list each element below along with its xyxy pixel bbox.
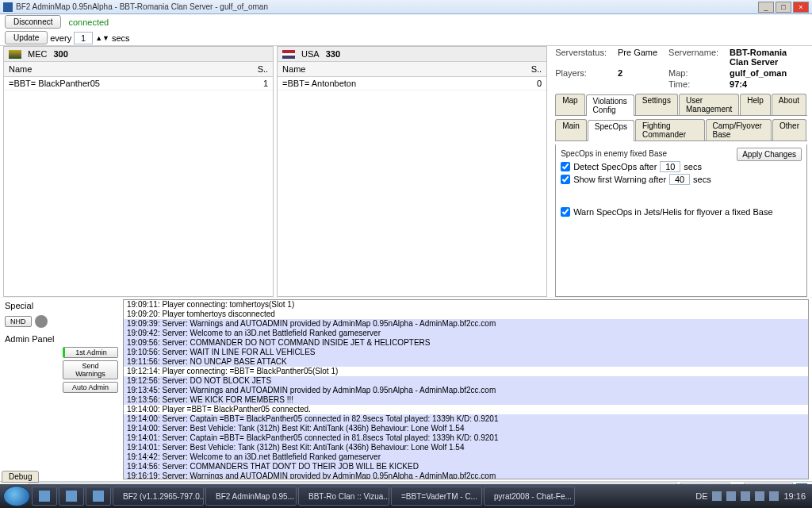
app-icon bbox=[93, 491, 104, 502]
map-label: Map: bbox=[668, 68, 718, 78]
close-button[interactable]: × bbox=[793, 2, 809, 13]
time-label: Time: bbox=[668, 79, 718, 89]
tray-icon[interactable] bbox=[769, 491, 779, 501]
debug-tab[interactable]: Debug bbox=[2, 471, 39, 483]
right-panel: Serverstatus: Pre Game Servername: BBT-R… bbox=[550, 46, 812, 297]
status-dot-icon bbox=[35, 315, 48, 328]
app-icon bbox=[39, 491, 50, 502]
log-line[interactable]: 19:12:14: Player connecting: =BBT= Black… bbox=[124, 367, 808, 376]
update-button[interactable]: Update bbox=[5, 31, 48, 44]
log-line[interactable]: 19:09:39: Server: Warnings and AUTOADMIN… bbox=[124, 319, 808, 329]
tab-user-management[interactable]: User Management bbox=[679, 94, 739, 115]
log-line[interactable]: 19:09:56: Server: COMMANDER DO NOT COMMA… bbox=[124, 338, 808, 348]
flag-mec-icon bbox=[9, 50, 21, 59]
taskbar-item[interactable] bbox=[32, 487, 57, 506]
auto-admin-button[interactable]: Auto Admin bbox=[63, 382, 118, 393]
log-line[interactable]: 19:09:42: Server: Welcome to an i3D.net … bbox=[124, 329, 808, 338]
lang-indicator[interactable]: DE bbox=[695, 491, 707, 501]
taskbar-item[interactable]: BBT-Ro Clan :: Vizua... bbox=[298, 487, 389, 506]
app-icon bbox=[66, 491, 77, 502]
apply-changes-button[interactable]: Apply Changes bbox=[737, 148, 802, 161]
admin-panel-label: Admin Panel bbox=[5, 334, 118, 344]
tab-map[interactable]: Map bbox=[555, 94, 584, 115]
flag-usa-icon bbox=[282, 50, 295, 59]
tab-violations-config[interactable]: Violations Config bbox=[586, 94, 634, 116]
time-value: 97:4 bbox=[730, 79, 807, 89]
send-warnings-button[interactable]: Send Warnings bbox=[63, 360, 118, 379]
log-line[interactable]: 19:14:01: Server: Best Vehicle: Tank (31… bbox=[124, 443, 808, 452]
minimize-button[interactable]: _ bbox=[758, 2, 774, 13]
log-line[interactable]: 19:14:00: Player =BBT= BlackPanther05 co… bbox=[124, 405, 808, 414]
title-bar: BF2 AdminMap 0.95nAlpha - BBT-Romania Cl… bbox=[0, 0, 812, 14]
tab-help[interactable]: Help bbox=[740, 94, 771, 115]
maximize-button[interactable]: □ bbox=[776, 2, 791, 13]
tray-icon[interactable] bbox=[726, 491, 736, 501]
special-panel: Special NHD Admin Panel 1st Admin Send W… bbox=[0, 298, 123, 481]
detect-label: Detect SpecOps after bbox=[573, 162, 657, 171]
teams-area: MEC 300 Name S.. =BBT= BlackPanther05 1 … bbox=[0, 46, 550, 297]
warning-secs-input[interactable] bbox=[669, 174, 690, 185]
nhd-button[interactable]: NHD bbox=[5, 316, 32, 327]
tray-icon[interactable] bbox=[741, 491, 750, 501]
taskbar-item[interactable]: BF2 AdminMap 0.95... bbox=[205, 487, 297, 506]
log-line[interactable]: 19:13:56: Server: WE KICK FOR MEMBERS !!… bbox=[124, 395, 808, 405]
tabs-row-2: MainSpecOpsFighting CommanderCamp/Flyove… bbox=[555, 119, 807, 141]
team-panel-mec: MEC 300 Name S.. =BBT= BlackPanther05 1 bbox=[3, 46, 274, 297]
subtab-specops[interactable]: SpecOps bbox=[588, 120, 634, 141]
subtab-main[interactable]: Main bbox=[555, 119, 587, 140]
log-line[interactable]: 19:12:56: Server: DO NOT BLOCK JETS bbox=[124, 376, 808, 386]
log-line[interactable]: 19:16:19: Server: Warnings and AUTOADMIN… bbox=[124, 471, 808, 479]
team-score: 330 bbox=[326, 49, 340, 59]
toolbar: Disconnect connected Update every ▲▼ sec… bbox=[0, 14, 812, 46]
subtab-camp-flyover-base[interactable]: Camp/Flyover Base bbox=[706, 119, 772, 140]
team-panel-usa: USA 330 Name S.. =BBT= Antonbeton 0 bbox=[277, 46, 547, 297]
taskbar: BF2 (v1.1.2965-797.0...BF2 AdminMap 0.95… bbox=[0, 484, 812, 508]
log-line[interactable]: 19:09:20: Player tomhertoys disconnected bbox=[124, 310, 808, 319]
log-line[interactable]: 19:09:11: Player connecting: tomhertoys(… bbox=[124, 300, 808, 310]
tab-about[interactable]: About bbox=[772, 94, 806, 115]
log-line[interactable]: 19:13:45: Server: Warnings and AUTOADMIN… bbox=[124, 386, 808, 395]
log-line[interactable]: 19:14:01: Server: Captain =BBT= BlackPan… bbox=[124, 433, 808, 443]
players-label: Players: bbox=[555, 68, 607, 78]
col-s[interactable]: S.. bbox=[518, 64, 542, 74]
flyover-checkbox[interactable] bbox=[561, 207, 570, 217]
disconnect-button[interactable]: Disconnect bbox=[5, 15, 61, 29]
connection-status: connected bbox=[68, 17, 109, 27]
tab-settings[interactable]: Settings bbox=[635, 94, 678, 115]
taskbar-item[interactable] bbox=[86, 487, 111, 506]
col-name[interactable]: Name bbox=[282, 64, 518, 74]
special-title: Special bbox=[5, 301, 118, 310]
log-line[interactable]: 19:14:00: Server: Captain =BBT= BlackPan… bbox=[124, 414, 808, 424]
app-icon bbox=[3, 2, 13, 12]
log-line[interactable]: 19:14:00: Server: Best Vehicle: Tank (31… bbox=[124, 424, 808, 433]
taskbar-item[interactable]: =BBT=VaderTM - C... bbox=[391, 487, 482, 506]
player-row[interactable]: =BBT= BlackPanther05 1 bbox=[4, 77, 273, 90]
warning-label: Show first Warning after bbox=[573, 175, 666, 184]
subtab-fighting-commander[interactable]: Fighting Commander bbox=[635, 119, 705, 140]
taskbar-item[interactable] bbox=[59, 487, 84, 506]
tray-icon[interactable] bbox=[755, 491, 764, 501]
team-name: USA bbox=[301, 49, 320, 59]
subtab-other[interactable]: Other bbox=[772, 119, 806, 140]
log-line[interactable]: 19:11:56: Server: NO UNCAP BASE ATTACK bbox=[124, 357, 808, 367]
clock[interactable]: 19:16 bbox=[783, 491, 806, 501]
tray-icon[interactable] bbox=[712, 491, 722, 501]
detect-specops-checkbox[interactable] bbox=[561, 162, 570, 171]
taskbar-item[interactable]: pyrat2008 - Chat-Fe... bbox=[484, 487, 575, 506]
col-name[interactable]: Name bbox=[9, 64, 244, 74]
log-line[interactable]: 19:10:56: Server: WAIT IN LINE FOR ALL V… bbox=[124, 348, 808, 357]
log-line[interactable]: 19:14:56: Server: COMMANDERS THAT DON'T … bbox=[124, 462, 808, 471]
log-line[interactable]: 19:14:42: Server: Welcome to an i3D.net … bbox=[124, 452, 808, 462]
taskbar-item[interactable]: BF2 (v1.1.2965-797.0... bbox=[113, 487, 204, 506]
update-interval-input[interactable] bbox=[74, 32, 93, 44]
flyover-label: Warn SpecOps in Jets/Helis for flyover a… bbox=[573, 207, 772, 217]
first-admin-button[interactable]: 1st Admin bbox=[63, 347, 118, 358]
detect-secs-input[interactable] bbox=[660, 161, 680, 172]
player-row[interactable]: =BBT= Antonbeton 0 bbox=[278, 77, 546, 90]
show-warning-checkbox[interactable] bbox=[561, 175, 570, 184]
team-score: 300 bbox=[53, 49, 67, 59]
col-s[interactable]: S.. bbox=[244, 64, 268, 74]
log-panel[interactable]: 19:09:11: Player connecting: tomhertoys(… bbox=[123, 299, 809, 479]
start-button[interactable] bbox=[3, 486, 30, 506]
specops-config-panel: Apply Changes SpecOps in enemy fixed Bas… bbox=[555, 144, 807, 297]
